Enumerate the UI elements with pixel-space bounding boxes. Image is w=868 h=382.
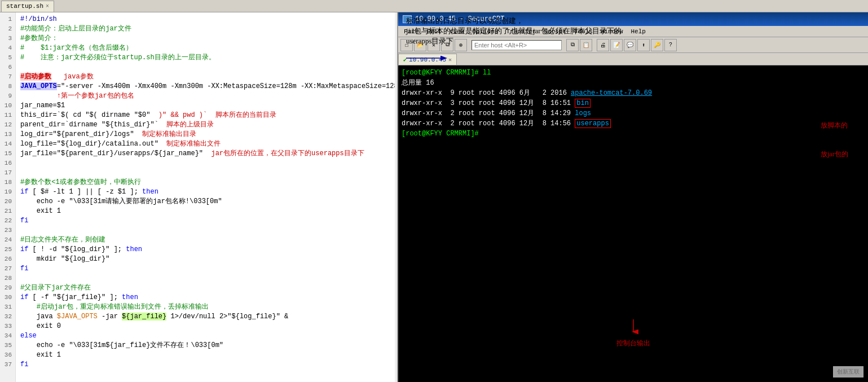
securecrt-toolbar: ☐ 📂 ✕ ⧉ ⊗ ⧉ 📋 🖨 📝 💬 ⬆ 🔑 ? — [398, 37, 868, 53]
toolbar-new-btn[interactable]: ☐ — [400, 39, 413, 51]
code-line: log_dir="${parent_dir}/logs" 制定标准输出目录 — [20, 130, 390, 139]
code-line: exit 1 — [20, 207, 390, 216]
close-tab-button[interactable]: × — [46, 3, 49, 10]
session-tab-close[interactable]: ✕ — [448, 56, 452, 63]
code-line: # 注意：jar文件必须位于startup.sh目录的上一层目录。 — [20, 53, 390, 63]
toolbar-clone-btn[interactable]: ⧉ — [441, 39, 453, 51]
toolbar-sftp-btn[interactable]: ⬆ — [637, 39, 650, 51]
securecrt-title: 10.90.0.45 - SecureCRT — [415, 15, 504, 23]
toolbar-copy-btn[interactable]: ⧉ — [566, 39, 579, 51]
tab-bar: startup.sh × — [0, 0, 868, 12]
code-line — [20, 63, 390, 72]
toolbar-help-btn[interactable]: ? — [664, 39, 677, 51]
terminal-line: drwxr-xr-x 3 root root 4096 12月 8 16:51 … — [402, 98, 865, 108]
toolbar-close-btn[interactable]: ✕ — [428, 39, 440, 51]
menu-window[interactable]: Window — [597, 27, 627, 36]
code-line: exit 0 — [20, 322, 390, 331]
menu-edit[interactable]: Edit — [423, 27, 444, 36]
code-line: jar_file="${parent_dir}/userapps/${jar_n… — [20, 149, 390, 159]
code-line: #功能简介：启动上层目录的jar文件 — [20, 24, 390, 34]
tab-label: startup.sh — [6, 3, 43, 10]
toolbar-keys-btn[interactable]: 🔑 — [651, 39, 663, 51]
code-line: parent_dir=`dirname "${this_dir}"` 脚本的上级… — [20, 120, 390, 130]
code-line: echo -e "\033[31m${jar_file}文件不存在！\033[0… — [20, 341, 390, 350]
terminal-line: [root@KFYY CRMRMI]# — [402, 129, 865, 139]
menu-help[interactable]: Help — [627, 27, 649, 36]
terminal-line: drwxr-xr-x 2 root root 4096 12月 8 14:56 … — [402, 118, 865, 129]
toolbar-paste-btn[interactable]: 📋 — [580, 39, 592, 51]
menu-options[interactable]: Options — [469, 27, 501, 36]
code-line: jar_name=$1 — [20, 101, 390, 111]
terminal-line: [root@KFYY CRMRMI]# ll — [402, 68, 865, 78]
toolbar-open-btn[interactable]: 📂 — [414, 39, 426, 51]
menu-file[interactable]: File — [400, 27, 422, 36]
terminal-line: drwxr-xr-x 2 root root 4096 12月 8 14:29 … — [402, 108, 865, 118]
securecrt-titlebar: 10.90.0.45 - SecureCRT — [398, 12, 868, 26]
terminal-output: [root@KFYY CRMRMI]# ll总用量 16drwxr-xr-x 9… — [402, 68, 865, 139]
toolbar-chat-btn[interactable]: 💬 — [624, 39, 636, 51]
code-line: fi — [20, 264, 390, 274]
session-status-icon: ✔ — [403, 56, 407, 63]
code-line: fi — [20, 216, 390, 226]
monitor-icon — [403, 15, 412, 23]
terminal-line: 总用量 16 — [402, 78, 865, 88]
code-line: #!/bin/sh — [20, 15, 390, 24]
code-line: ↑第一个参数jar包的包名 — [20, 91, 390, 101]
watermark: 创新互联 — [833, 366, 863, 377]
line-numbers: 1234567891011121314151617181920212223242… — [0, 12, 16, 382]
code-line: if [ $# -lt 1 ] || [ -z $1 ]; then — [20, 187, 390, 197]
code-line: #日志文件夹不存在，则创建 — [20, 235, 390, 245]
code-line: JAVA_OPTS="-server -Xms400m -Xmx400m -Xm… — [20, 82, 390, 91]
menu-script[interactable]: Script — [540, 27, 570, 36]
terminal-line: drwxr-xr-x 9 root root 4096 6月 2 2016 ap… — [402, 88, 865, 98]
code-line: #启动参数 java参数 — [20, 72, 390, 82]
file-tab[interactable]: startup.sh × — [1, 1, 54, 12]
code-line: else — [20, 331, 390, 341]
code-editor[interactable]: #!/bin/sh#功能简介：启动上层目录的jar文件#参数简介：# $1:ja… — [16, 12, 395, 382]
code-panel: 1234567891011121314151617181920212223242… — [0, 12, 395, 382]
code-line: # $1:jar文件名（包含后缀名） — [20, 43, 390, 53]
code-line: if [ -f "${jar_file}" ]; then — [20, 293, 390, 302]
code-line: #参数简介： — [20, 34, 390, 43]
code-line: #父目录下jar文件存在 — [20, 283, 390, 293]
toolbar-disconnect-btn[interactable]: ⊗ — [455, 39, 467, 51]
code-line: fi — [20, 360, 390, 370]
code-line — [20, 159, 390, 168]
securecrt-menubar: File Edit View Options Transfer Script T… — [398, 26, 868, 37]
code-line — [20, 168, 390, 178]
code-line — [20, 226, 390, 235]
code-line: #启动jar包，重定向标准错误输出到文件，丢掉标准输出 — [20, 302, 390, 312]
watermark-text: 创新互联 — [837, 369, 860, 375]
securecrt-tabs: ✔ 10.90.0.45 ✕ — [398, 53, 868, 65]
host-input[interactable] — [472, 40, 562, 50]
code-line: java $JAVA_OPTS -jar ${jar_file} 1>/dev/… — [20, 312, 390, 322]
main-area: 1234567891011121314151617181920212223242… — [0, 12, 868, 382]
code-line: #参数个数<1或者参数空值时，中断执行 — [20, 178, 390, 187]
code-line: echo -e "\033[31m请输入要部署的jar包名称!\033[0m" — [20, 197, 390, 207]
session-tab-main[interactable]: ✔ 10.90.0.45 ✕ — [398, 54, 457, 65]
terminal-area[interactable]: [root@KFYY CRMRMI]# ll总用量 16drwxr-xr-x 9… — [398, 65, 868, 382]
code-line: this_dir=`$( cd "$( dirname "$0" )" && p… — [20, 111, 390, 120]
securecrt-panel: 10.90.0.45 - SecureCRT File Edit View Op… — [397, 12, 868, 382]
code-line — [20, 274, 390, 283]
menu-transfer[interactable]: Transfer — [503, 27, 539, 36]
menu-view[interactable]: View — [446, 27, 468, 36]
session-tab-label: 10.90.0.45 — [409, 56, 446, 63]
toolbar-log-btn[interactable]: 📝 — [610, 39, 623, 51]
code-line: if [ ! -d "${log_dir}" ]; then — [20, 245, 390, 254]
code-line: exit 1 — [20, 350, 390, 360]
code-line: log_file="${log_dir}/catalina.out" 制定标准输… — [20, 139, 390, 149]
code-line: mkdir "${log_dir}" — [20, 254, 390, 264]
toolbar-print-btn[interactable]: 🖨 — [597, 39, 609, 51]
menu-tools[interactable]: Tools — [571, 27, 596, 36]
